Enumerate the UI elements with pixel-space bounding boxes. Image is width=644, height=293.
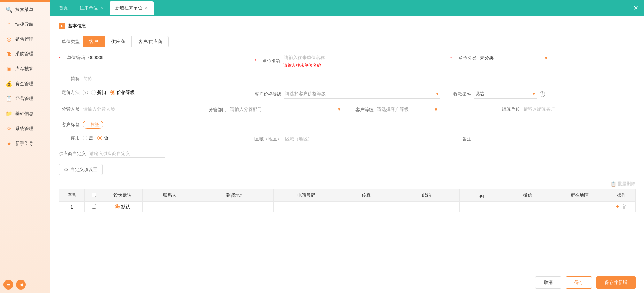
tab-new-partner-close[interactable]: ✕ [144, 6, 148, 10]
row-action-btns: + 🗑 [611, 204, 632, 210]
customer-level-select[interactable]: 请选择客户等级 ▼ [376, 105, 439, 114]
sidebar-item-system[interactable]: ⚙ 系统管理 [0, 121, 50, 136]
unit-type-field: 单位类型 客户 供应商 客户/供应商 [59, 36, 636, 47]
type-btn-supplier[interactable]: 供应商 [105, 36, 132, 47]
disabled-no-option[interactable]: 否 [97, 135, 108, 141]
manager-input[interactable] [83, 105, 186, 113]
sidebar-item-purchase[interactable]: 🛍 采购管理 [0, 47, 50, 61]
tab-new-partner[interactable]: 新增往来单位 ✕ [110, 1, 154, 15]
sidebar-item-guide[interactable]: ★ 新手引导 [0, 136, 50, 151]
row-phone-input[interactable] [289, 204, 324, 210]
settlement-field: 结算单位 ··· [499, 105, 636, 113]
sidebar-basic-info-label: 基础信息 [15, 111, 33, 117]
tab-partner-close[interactable]: ✕ [100, 6, 103, 10]
row-fax-input[interactable] [352, 204, 380, 210]
main-area: 首页 往来单位 ✕ 新增往来单位 ✕ ✕ F 基本信息 单位类型 客户 供应商 [50, 0, 644, 293]
sidebar-item-sales[interactable]: ◎ 销售管理 [0, 32, 50, 47]
settlement-dots-btn[interactable]: ··· [629, 106, 636, 112]
payment-terms-question-icon[interactable]: ? [540, 91, 545, 97]
sidebar-search[interactable]: 🔍 搜索菜单 [0, 2, 50, 17]
save-button[interactable]: 保存 [566, 276, 592, 289]
col-seq: 序号 [59, 189, 85, 202]
sidebar-bottom-btn-2[interactable]: ◀ [16, 280, 26, 290]
abbr-label: 简称 [59, 76, 80, 82]
row-address-input[interactable] [214, 204, 256, 210]
sidebar-bottom-btn-1[interactable]: ☰ [3, 280, 13, 290]
sidebar-item-quick-nav[interactable]: ⌂ 快捷导航 [0, 17, 50, 32]
department-select[interactable]: 请输入分管部门 ▼ [229, 105, 342, 114]
type-btn-both[interactable]: 客户/供应商 [132, 36, 169, 47]
unit-code-input[interactable] [88, 54, 164, 62]
pricing-field: 定价方法 ? 折扣 价格等级 [59, 89, 244, 96]
pricing-level-radio [110, 90, 115, 95]
region-input[interactable] [284, 135, 430, 143]
unit-category-select[interactable]: 未分类 ▼ [479, 54, 549, 63]
supplier-custom-field: 供应商自定义 [59, 149, 636, 158]
sidebar-search-label: 搜索菜单 [15, 7, 33, 13]
row-qq-input[interactable] [471, 204, 492, 210]
unit-name-wrapper: 请输入往来单位名称 [283, 54, 440, 68]
sidebar-item-finance[interactable]: 💰 资金管理 [0, 76, 50, 91]
tab-home-label: 首页 [59, 5, 68, 11]
table-select-all[interactable] [92, 193, 96, 197]
notes-input[interactable] [474, 135, 636, 143]
custom-settings-btn[interactable]: ⚙ 自定义项设置 [59, 164, 103, 175]
unit-code-required: * [59, 55, 61, 60]
sidebar-item-basic-info[interactable]: 📁 基础信息 [0, 106, 50, 121]
row-email [394, 202, 459, 212]
row-check[interactable] [92, 204, 96, 209]
row-action: + 🗑 [607, 202, 636, 212]
disabled-label: 停用 [59, 135, 80, 141]
row-region-input[interactable] [566, 204, 594, 210]
sidebar-finance-label: 资金管理 [15, 81, 33, 87]
disabled-yes-label: 是 [89, 135, 93, 141]
row-qq [459, 202, 503, 212]
customer-tag-label: 客户标签 [59, 122, 80, 128]
tab-home[interactable]: 首页 [53, 1, 73, 15]
basic-info-icon: 📁 [6, 110, 13, 117]
supplier-custom-input[interactable] [89, 149, 165, 158]
disabled-yes-option[interactable]: 是 [83, 135, 93, 141]
row-contact-input[interactable] [156, 204, 184, 210]
disabled-row: 停用 是 否 区域（地区） ··· [59, 135, 636, 143]
sidebar-bottom: ☰ ◀ [0, 276, 50, 293]
row-default-radio-item[interactable]: 默认 [107, 204, 139, 210]
region-field: 区域（地区） ··· [254, 135, 440, 143]
row-email-input[interactable] [409, 204, 444, 210]
tab-bar-close-btn[interactable]: ✕ [630, 3, 641, 13]
sidebar-guide-label: 新手引导 [15, 140, 33, 147]
sidebar-item-inventory[interactable]: ▣ 库存核算 [0, 61, 50, 76]
row-wechat-input[interactable] [516, 204, 540, 210]
row-del-btn[interactable]: 🗑 [621, 204, 627, 210]
region-dots-btn[interactable]: ··· [433, 136, 440, 142]
add-tag-btn[interactable]: + 标签 [83, 121, 103, 129]
row-default: 默认 [103, 202, 143, 212]
notes-field: 备注 [450, 135, 636, 143]
manager-label: 分管人员 [59, 106, 80, 112]
disabled-no-dot [99, 137, 101, 139]
row-address [197, 202, 273, 212]
customer-price-level-select[interactable]: 请选择客户价格等级 ▼ [284, 89, 440, 99]
pricing-level-option[interactable]: 价格等级 [110, 89, 135, 96]
row-checkbox [85, 202, 103, 212]
type-btn-customer[interactable]: 客户 [83, 36, 105, 47]
department-chevron: ▼ [337, 107, 341, 112]
pricing-question-icon[interactable]: ? [83, 90, 88, 95]
tab-partner[interactable]: 往来单位 ✕ [74, 1, 109, 15]
disabled-no-label: 否 [104, 135, 108, 141]
row-add-btn[interactable]: + [616, 204, 619, 210]
save-add-button[interactable]: 保存并新增 [596, 276, 636, 289]
sidebar-item-operations[interactable]: 📋 经营管理 [0, 91, 50, 106]
settlement-input[interactable] [523, 105, 626, 113]
batch-delete-label[interactable]: 批量删除 [618, 181, 636, 187]
cancel-button[interactable]: 取消 [535, 276, 561, 289]
row-default-dot [116, 205, 119, 208]
col-email: 邮箱 [394, 189, 459, 202]
manager-dots-btn[interactable]: ··· [188, 106, 195, 112]
notes-label: 备注 [450, 136, 471, 142]
manager-row: 分管人员 ··· 分管部门 请输入分管部门 ▼ 客户等级 请选择客户等级 ▼ 结… [59, 105, 636, 114]
payment-terms-select[interactable]: 现结 ▼ [474, 89, 537, 99]
pricing-discount-option[interactable]: 折扣 [91, 89, 106, 96]
abbr-input[interactable] [83, 75, 159, 83]
unit-name-input[interactable] [283, 54, 374, 62]
